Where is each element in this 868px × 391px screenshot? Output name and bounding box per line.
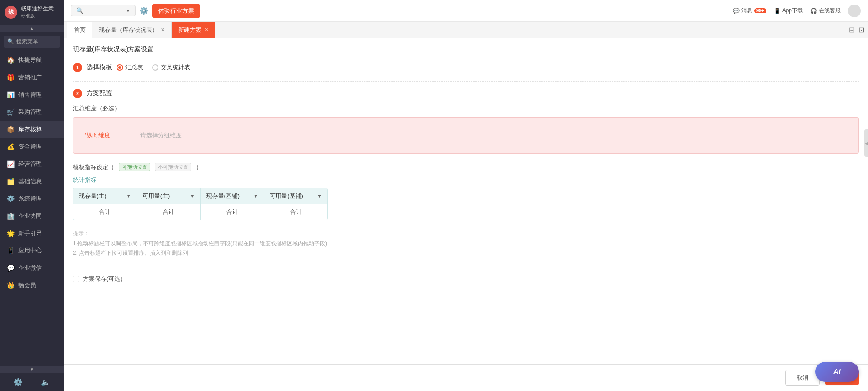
stats-col-label-1: 可用量(主) bbox=[143, 192, 170, 200]
template-cross-option[interactable]: 交叉统计表 bbox=[152, 63, 190, 72]
indicator-settings: 模板指标设定（ 可拖动位置 不可拖动位置 ） 统计指标 现存量(主) ▼ 合计 bbox=[73, 163, 859, 221]
app-download-label: App下载 bbox=[782, 7, 803, 15]
save-checkbox[interactable] bbox=[73, 276, 79, 282]
non-draggable-tag: 不可拖动位置 bbox=[155, 163, 191, 171]
cancel-button[interactable]: 取消 bbox=[785, 370, 820, 386]
sidebar-item-inventory[interactable]: 📦 库存核算 bbox=[0, 121, 64, 138]
sidebar-item-operations[interactable]: 📈 经营管理 bbox=[0, 155, 64, 173]
tips-area: 提示： 1.拖动标题栏可以调整布局，不可跨维度或指标区域拖动栏目字段(只能在同一… bbox=[73, 229, 859, 258]
stats-col-header-0[interactable]: 现存量(主) ▼ bbox=[73, 188, 137, 204]
bottom-bar: 取消 查询 bbox=[64, 364, 868, 391]
save-option: 方案保存(可选) bbox=[73, 268, 859, 283]
dimension-divider: —— bbox=[119, 132, 131, 139]
step1-section: 1 选择模板 汇总表 交叉统计表 bbox=[73, 63, 859, 72]
sidebar-scroll-up[interactable]: ▲ bbox=[0, 25, 64, 32]
sidebar-item-purchase[interactable]: 🛒 采购管理 bbox=[0, 103, 64, 121]
membership-icon: 👑 bbox=[6, 281, 15, 289]
tab-expand-icon[interactable]: ⊡ bbox=[858, 26, 864, 34]
sidebar-search[interactable]: 🔍 搜索菜单 bbox=[4, 36, 60, 48]
sidebar-item-finance[interactable]: 💰 资金管理 bbox=[0, 138, 64, 155]
sidebar-item-enterprise[interactable]: 🏢 企业协同 bbox=[0, 207, 64, 225]
sidebar-item-label: 营销推广 bbox=[18, 73, 42, 82]
message-button[interactable]: 💬 消息 99+ bbox=[733, 7, 766, 15]
template-summary-label: 汇总表 bbox=[125, 63, 143, 72]
finance-icon: 💰 bbox=[6, 143, 15, 151]
sidebar-item-membership[interactable]: 👑 畅会员 bbox=[0, 277, 64, 294]
ai-float-button[interactable]: Ai bbox=[815, 362, 859, 382]
tab-new-plan-close-icon[interactable]: ✕ bbox=[204, 27, 209, 33]
search-box[interactable]: 🔍 ▼ bbox=[71, 5, 136, 16]
tab-minimize-icon[interactable]: ⊟ bbox=[849, 26, 855, 34]
stats-col-header-2[interactable]: 现存量(基辅) ▼ bbox=[201, 188, 264, 204]
stats-col-header-3[interactable]: 可用量(基辅) ▼ bbox=[264, 188, 327, 204]
sidebar-item-newbie[interactable]: 🌟 新手引导 bbox=[0, 225, 64, 242]
template-cross-radio[interactable] bbox=[152, 64, 158, 71]
search-box-icon: 🔍 bbox=[76, 7, 83, 14]
top-bar: 🔍 ▼ ⚙️ 体验行业方案 💬 消息 99+ 📱 App下载 🎧 在线客服 bbox=[64, 0, 868, 22]
sidebar-item-label: 企业微信 bbox=[18, 264, 42, 272]
stats-col-3: 可用量(基辅) ▼ 合计 bbox=[264, 188, 327, 220]
panel-toggle-icon: ◀ bbox=[864, 141, 868, 146]
search-dropdown-icon[interactable]: ▼ bbox=[125, 8, 131, 14]
stats-col-label-0: 现存量(主) bbox=[79, 192, 107, 200]
right-panel-toggle[interactable]: ◀ bbox=[864, 129, 868, 157]
online-service-button[interactable]: 🎧 在线客服 bbox=[810, 7, 841, 15]
tab-inventory-close-icon[interactable]: ✕ bbox=[161, 27, 165, 33]
chevron-down-icon-1[interactable]: ▼ bbox=[190, 193, 195, 199]
sound-icon[interactable]: 🔈 bbox=[41, 378, 50, 386]
dimension-area[interactable]: *纵向维度 —— 请选择分组维度 bbox=[73, 117, 859, 154]
marketing-icon: 🎁 bbox=[6, 73, 15, 82]
sidebar-item-system[interactable]: ⚙️ 系统管理 bbox=[0, 190, 64, 207]
sidebar-item-label: 系统管理 bbox=[18, 195, 42, 203]
chevron-down-icon-3[interactable]: ▼ bbox=[317, 193, 322, 199]
app-logo: 鲸 畅康通好生意 标准版 bbox=[0, 0, 64, 25]
step2-badge: 2 bbox=[73, 89, 82, 98]
sidebar-bottom: ⚙️ 🔈 bbox=[0, 373, 64, 391]
enterprise-icon: 🏢 bbox=[6, 212, 15, 220]
settings-icon[interactable]: ⚙️ bbox=[14, 378, 23, 386]
user-avatar[interactable] bbox=[848, 5, 861, 17]
tab-new-plan-label: 新建方案 bbox=[178, 26, 202, 34]
sidebar-item-label: 企业协同 bbox=[18, 212, 42, 220]
sidebar-item-label: 经营管理 bbox=[18, 160, 42, 168]
template-summary-radio[interactable] bbox=[117, 64, 123, 71]
sidebar-scroll-down[interactable]: ▼ bbox=[0, 366, 64, 373]
sidebar-item-label: 基础信息 bbox=[18, 177, 42, 185]
tab-new-plan[interactable]: 新建方案 ✕ bbox=[172, 22, 215, 38]
stats-col-label-3: 可用量(基辅) bbox=[270, 192, 303, 200]
sidebar: 鲸 畅康通好生意 标准版 ▲ 🔍 搜索菜单 🏠 快捷导航 🎁 营销推广 📊 销售… bbox=[0, 0, 64, 391]
tab-home[interactable]: 首页 bbox=[67, 22, 92, 38]
app-download-button[interactable]: 📱 App下载 bbox=[774, 7, 803, 15]
sidebar-item-label: 应用中心 bbox=[18, 247, 42, 255]
sidebar-item-label: 销售管理 bbox=[18, 91, 42, 99]
template-summary-option[interactable]: 汇总表 bbox=[117, 63, 143, 72]
app-version: 标准版 bbox=[21, 13, 54, 19]
dimension-required: *纵向维度 bbox=[84, 131, 110, 139]
sidebar-item-marketing[interactable]: 🎁 营销推广 bbox=[0, 69, 64, 86]
search-input[interactable] bbox=[86, 8, 123, 14]
sidebar-item-app-center[interactable]: 📱 应用中心 bbox=[0, 242, 64, 259]
gear-button[interactable]: ⚙️ bbox=[139, 6, 148, 15]
sidebar-item-sales[interactable]: 📊 销售管理 bbox=[0, 86, 64, 103]
trial-button[interactable]: 体验行业方案 bbox=[152, 4, 200, 18]
step2-section: 2 方案配置 汇总维度（必选） *纵向维度 —— 请选择分组维度 bbox=[73, 89, 859, 154]
stats-col-2: 现存量(基辅) ▼ 合计 bbox=[201, 188, 265, 220]
indicator-label-prefix: 模板指标设定（ bbox=[73, 163, 114, 171]
stats-col-body-0: 合计 bbox=[73, 204, 137, 220]
stats-col-label-2: 现存量(基辅) bbox=[206, 192, 240, 200]
chevron-down-icon-0[interactable]: ▼ bbox=[126, 193, 131, 199]
tips-title: 提示： bbox=[73, 230, 89, 237]
sidebar-item-basics[interactable]: 🗂️ 基础信息 bbox=[0, 173, 64, 190]
stats-col-body-2: 合计 bbox=[201, 204, 264, 220]
step2-title: 方案配置 bbox=[87, 89, 112, 98]
ai-float-label: Ai bbox=[833, 368, 841, 376]
tab-inventory-status[interactable]: 现存量（库存状况表） ✕ bbox=[92, 22, 172, 38]
stats-col-body-3: 合计 bbox=[264, 204, 327, 220]
chevron-down-icon-2[interactable]: ▼ bbox=[253, 193, 258, 199]
stats-table: 现存量(主) ▼ 合计 可用量(主) ▼ 合计 bbox=[73, 188, 328, 220]
service-icon: 🎧 bbox=[810, 8, 817, 14]
stats-col-header-1[interactable]: 可用量(主) ▼ bbox=[137, 188, 200, 204]
sidebar-item-wechat[interactable]: 💬 企业微信 bbox=[0, 259, 64, 277]
top-bar-left: 🔍 ▼ ⚙️ 体验行业方案 bbox=[71, 4, 727, 18]
sidebar-item-quick-nav[interactable]: 🏠 快捷导航 bbox=[0, 51, 64, 69]
